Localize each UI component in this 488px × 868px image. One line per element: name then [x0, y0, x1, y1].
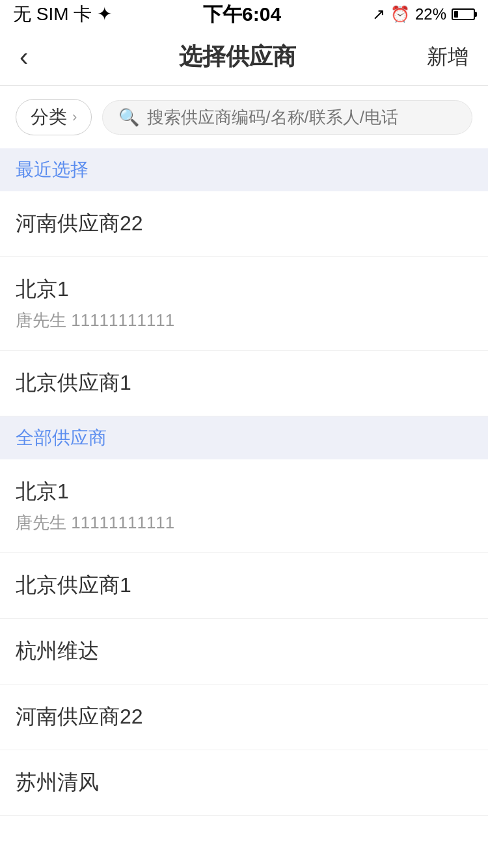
list-item[interactable]: 北京1唐先生 11111111111	[0, 257, 488, 351]
status-time: 下午6:04	[203, 1, 281, 28]
item-name: 北京供应商1	[16, 369, 472, 398]
search-input[interactable]	[147, 107, 456, 128]
item-name: 杭州维达	[16, 637, 472, 666]
item-name: 北京1	[16, 478, 472, 506]
location-icon: ↗	[372, 5, 385, 23]
item-sub: 唐先生 11111111111	[16, 511, 472, 534]
item-name: 北京供应商1	[16, 571, 472, 600]
add-button[interactable]: 新增	[416, 43, 468, 72]
item-name: 河南供应商22	[16, 703, 472, 731]
battery-percent: 22%	[415, 5, 446, 23]
back-button[interactable]: ‹	[20, 42, 59, 72]
list-item[interactable]: 杭州维达	[0, 619, 488, 685]
recent-list: 河南供应商22北京1唐先生 11111111111北京供应商1	[0, 191, 488, 416]
category-label: 分类	[31, 105, 67, 129]
battery-icon	[452, 8, 475, 20]
list-item[interactable]: 苏州清风	[0, 750, 488, 816]
search-box[interactable]: 🔍	[102, 100, 472, 135]
status-bar: 无 SIM 卡 ✦ 下午6:04 ↗ ⏰ 22%	[0, 0, 488, 29]
item-name: 北京1	[16, 275, 472, 304]
recent-section-label: 最近选择	[16, 159, 88, 180]
item-name: 河南供应商22	[16, 210, 472, 238]
item-sub: 唐先生 11111111111	[16, 309, 472, 332]
chevron-icon: ›	[72, 109, 77, 126]
all-list: 北京1唐先生 11111111111北京供应商1杭州维达河南供应商22苏州清风	[0, 459, 488, 816]
status-left: 无 SIM 卡 ✦	[13, 2, 112, 27]
list-item[interactable]: 河南供应商22	[0, 685, 488, 750]
nav-bar: ‹ 选择供应商 新增	[0, 29, 488, 86]
list-item[interactable]: 北京1唐先生 11111111111	[0, 459, 488, 553]
page-title: 选择供应商	[59, 41, 416, 73]
filter-bar: 分类 › 🔍	[0, 86, 488, 148]
all-section-header: 全部供应商	[0, 416, 488, 459]
list-item[interactable]: 北京供应商1	[0, 553, 488, 619]
item-name: 苏州清风	[16, 768, 472, 797]
list-item[interactable]: 河南供应商22	[0, 191, 488, 257]
all-section-label: 全部供应商	[16, 427, 107, 448]
list-item[interactable]: 北京供应商1	[0, 351, 488, 416]
recent-section-header: 最近选择	[0, 148, 488, 191]
category-button[interactable]: 分类 ›	[16, 99, 92, 135]
search-icon: 🔍	[118, 107, 139, 128]
alarm-icon: ⏰	[390, 5, 410, 23]
status-right: ↗ ⏰ 22%	[372, 5, 475, 23]
